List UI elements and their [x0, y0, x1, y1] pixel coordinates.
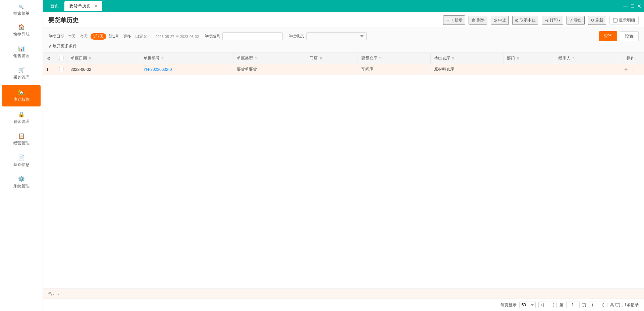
- refresh-button[interactable]: ↻ 刷新: [588, 16, 606, 25]
- th-date-label: 单据日期: [71, 56, 87, 60]
- page-label-after: 页: [582, 302, 586, 308]
- th-pending-warehouse[interactable]: 待出仓库 ⇅: [430, 53, 503, 64]
- tab-requisition-history[interactable]: 要货单历史 ✕: [64, 1, 102, 11]
- sidebar-item-sales[interactable]: 📊 销售管理: [0, 41, 43, 63]
- order-no-input[interactable]: [222, 32, 283, 40]
- date-shortcut-yesterday[interactable]: 昨天: [66, 33, 77, 40]
- table-footer: 合计：: [43, 288, 644, 299]
- search-button[interactable]: 查询: [599, 31, 617, 41]
- cell-handler: [555, 64, 617, 75]
- order-no-filter: 单据编号: [204, 32, 283, 40]
- sidebar-item-label: 搜索菜单: [13, 11, 30, 16]
- th-order-type-label: 单据类型: [237, 56, 253, 60]
- purchase-icon: 🛒: [18, 67, 25, 73]
- sidebar-item-label: 销售管理: [13, 53, 30, 59]
- cell-order-no[interactable]: YH-20230602-0: [140, 64, 233, 75]
- cancel-stop-button[interactable]: ⊘ 取消中止: [512, 16, 538, 25]
- sidebar: 🔍 搜索菜单 🏠 快捷导航 📊 销售管理 🛒 采购管理 🏡 库存核算 🔒 资金管…: [0, 0, 43, 311]
- date-filter-label: 单据日期: [48, 34, 64, 39]
- display-detail-checkbox[interactable]: [613, 18, 618, 23]
- edit-icon[interactable]: ✏: [625, 67, 629, 72]
- sidebar-item-purchase[interactable]: 🛒 采购管理: [0, 63, 43, 84]
- stop-button[interactable]: ⊘ 中止: [491, 16, 509, 25]
- sidebar-item-quick-nav[interactable]: 🏠 快捷导航: [0, 20, 43, 41]
- print-button[interactable]: 🖨 打印 ▾: [542, 16, 563, 25]
- tab-bar: 首页 要货单历史 ✕ — □ ✕: [43, 0, 644, 12]
- new-button[interactable]: ＋ + 新增: [443, 15, 465, 25]
- page-size-select[interactable]: 50 20 100 200: [519, 302, 536, 308]
- order-no-link[interactable]: YH-20230602-0: [144, 67, 172, 72]
- sidebar-item-label: 基础信息: [13, 162, 30, 168]
- date-shortcut-more[interactable]: 更多: [122, 33, 132, 40]
- settings-button[interactable]: 设置: [620, 31, 639, 41]
- next-page-button[interactable]: ⟩: [589, 302, 596, 308]
- prev-page-button[interactable]: ⟨: [550, 302, 557, 308]
- window-minimize-icon[interactable]: —: [623, 3, 628, 9]
- date-shortcut-custom[interactable]: 自定义: [134, 33, 149, 40]
- toolbar: ＋ + 新增 🗑 删除 ⊘ 中止 ⊘ 取消中止: [443, 15, 639, 25]
- date-shortcut-7days[interactable]: 近7天: [91, 33, 106, 40]
- inventory-icon: 🏡: [18, 89, 25, 95]
- tab-close-icon[interactable]: ✕: [94, 4, 97, 8]
- print-dropdown-icon: ▾: [559, 18, 560, 22]
- th-order-type[interactable]: 单据类型 ⇅: [233, 53, 306, 64]
- delete-icon: 🗑: [471, 18, 476, 23]
- sidebar-item-label: 采购管理: [13, 75, 30, 80]
- cell-department: [503, 64, 555, 75]
- order-no-label: 单据编号: [204, 34, 220, 39]
- expand-filter-label: 展开更多条件: [53, 43, 77, 49]
- sidebar-item-inventory[interactable]: 🏡 库存核算: [2, 85, 41, 106]
- last-page-button[interactable]: ⟩⟩: [599, 302, 607, 308]
- cell-pending-warehouse: 原材料仓库: [430, 64, 503, 75]
- tab-requisition-label: 要货单历史: [69, 3, 91, 9]
- row-checkbox[interactable]: [59, 67, 63, 71]
- th-req-warehouse[interactable]: 要货仓库 ⇅: [358, 53, 430, 64]
- sidebar-item-operation[interactable]: 📋 经营管理: [0, 129, 43, 150]
- tab-home[interactable]: 首页: [46, 1, 64, 11]
- window-restore-icon[interactable]: □: [631, 3, 634, 9]
- sort-icon: ⇅: [320, 56, 322, 60]
- date-shortcut-today[interactable]: 今天: [78, 33, 89, 40]
- operation-icon: 📋: [18, 133, 25, 139]
- window-close-icon[interactable]: ✕: [637, 3, 641, 9]
- cell-actions: ✏ ⋮: [617, 64, 644, 75]
- th-checkbox[interactable]: [55, 53, 67, 64]
- page-input[interactable]: [566, 302, 580, 308]
- sidebar-item-label: 库存核算: [13, 97, 30, 102]
- sidebar-item-label: 快捷导航: [13, 32, 30, 37]
- chevron-down-icon: ∨: [48, 44, 51, 49]
- sort-icon: ⇅: [255, 56, 258, 60]
- expand-filter[interactable]: ∨ 展开更多条件: [48, 43, 639, 49]
- select-all-checkbox[interactable]: [59, 56, 63, 60]
- sort-icon: ⇅: [161, 56, 164, 60]
- tab-home-label: 首页: [50, 3, 59, 9]
- th-handler[interactable]: 经手人 ⇅: [555, 53, 617, 64]
- sidebar-item-basic[interactable]: 📄 基础信息: [0, 150, 43, 172]
- more-icon[interactable]: ⋮: [632, 67, 636, 72]
- print-icon: 🖨: [544, 18, 549, 23]
- sidebar-item-finance[interactable]: 🔒 资金管理: [0, 107, 43, 129]
- delete-button[interactable]: 🗑 删除: [469, 16, 487, 25]
- table-row: 1 2023-06-02 YH-20230602-0 要货单要货 车间库 原材料…: [43, 64, 644, 75]
- date-shortcut-1month[interactable]: 近1月: [108, 33, 121, 40]
- th-date[interactable]: 单据日期 ⇅: [67, 53, 140, 64]
- filter-row: 单据日期 昨天 今天 近7天 近1月 更多 自定义 2023-05-27 至 2…: [48, 31, 639, 41]
- th-settings[interactable]: ⚙: [43, 53, 55, 64]
- sidebar-item-system[interactable]: ⚙️ 系统管理: [0, 172, 43, 193]
- status-filter: 单据状态: [288, 32, 367, 40]
- th-department[interactable]: 部门 ⇅: [503, 53, 555, 64]
- filter-area: 单据日期 昨天 今天 近7天 近1月 更多 自定义 2023-05-27 至 2…: [43, 28, 644, 53]
- home-icon: 🏠: [18, 24, 25, 30]
- total-label: 合计：: [48, 291, 60, 296]
- export-button[interactable]: ↗ 导出: [567, 16, 585, 25]
- sidebar-item-search-menu[interactable]: 🔍 搜索菜单: [0, 0, 43, 20]
- cell-index: 1: [43, 64, 55, 75]
- th-store[interactable]: 门店 ⇅: [306, 53, 358, 64]
- display-detail-button[interactable]: 显示明细: [609, 16, 639, 25]
- sidebar-item-label: 系统管理: [13, 183, 30, 189]
- th-order-no[interactable]: 单据编号 ⇅: [140, 53, 233, 64]
- first-page-button[interactable]: ⟨⟨: [538, 302, 547, 308]
- cell-checkbox[interactable]: [55, 64, 67, 75]
- th-req-warehouse-label: 要货仓库: [361, 56, 377, 60]
- status-select[interactable]: [306, 32, 367, 40]
